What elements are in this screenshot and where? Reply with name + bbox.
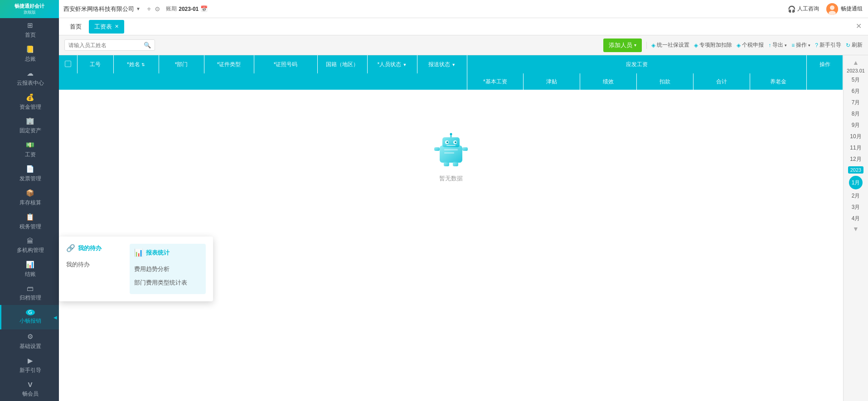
- settings-icon[interactable]: ⚙: [155, 5, 160, 13]
- sidebar-item-basic-settings[interactable]: ⚙ 基础设置: [0, 329, 59, 353]
- popup-report-item-2[interactable]: 部门费用类型统计表: [134, 276, 201, 290]
- sidebar-item-payroll[interactable]: 💵 工资: [0, 138, 59, 162]
- scroll-down-arrow[interactable]: ▼: [852, 224, 860, 233]
- user-info[interactable]: 畅捷通组: [826, 3, 863, 15]
- add-company-icon[interactable]: +: [147, 5, 151, 13]
- add-person-button[interactable]: 添加人员 ▾: [603, 39, 642, 52]
- tab-payroll[interactable]: 工资表 ✕: [89, 20, 124, 34]
- sidebar-item-invoice[interactable]: 📄 发票管理: [0, 162, 59, 186]
- scroll-up-arrow[interactable]: ▲: [852, 58, 860, 67]
- sidebar-item-multi-org[interactable]: 🏛 多机构管理: [0, 234, 59, 257]
- svg-rect-17: [444, 152, 454, 154]
- action-personal-tax[interactable]: ◈ 个税申报: [737, 41, 764, 49]
- sidebar-item-ledger[interactable]: 📒 总账: [0, 42, 59, 66]
- search-icon[interactable]: 🔍: [144, 42, 151, 48]
- search-box[interactable]: 🔍: [64, 39, 155, 51]
- sub-col-pension: 养老金: [750, 73, 807, 90]
- month-7[interactable]: 7月: [844, 97, 868, 108]
- popup-report-item-1[interactable]: 费用趋势分析: [134, 262, 201, 276]
- send-status-filter-icon[interactable]: ▼: [451, 63, 456, 67]
- headset-icon: 🎧: [788, 5, 795, 13]
- action-operation[interactable]: ≡ 操作 ▾: [791, 41, 810, 49]
- home-icon: ⊞: [27, 21, 33, 29]
- multi-org-icon: 🏛: [27, 237, 34, 245]
- month-2[interactable]: 2月: [844, 190, 868, 202]
- sidebar-item-tax[interactable]: 📋 税务管理: [0, 210, 59, 234]
- collapse-arrow[interactable]: ◀: [53, 314, 57, 319]
- tab-payroll-label: 工资表: [94, 23, 112, 31]
- month-9[interactable]: 9月: [844, 120, 868, 131]
- support-label: 人工咨询: [797, 5, 819, 13]
- month-6[interactable]: 6月: [844, 86, 868, 97]
- svg-rect-15: [453, 162, 458, 166]
- tab-close-icon[interactable]: ✕: [115, 24, 119, 29]
- sidebar-item-settlement[interactable]: 📊 结账: [0, 257, 59, 281]
- refresh-icon: ↻: [846, 42, 850, 48]
- calendar-icon[interactable]: 📅: [200, 5, 208, 12]
- basic-settings-icon: ⚙: [27, 333, 33, 341]
- month-8[interactable]: 8月: [844, 108, 868, 120]
- sidebar-label-home: 首页: [25, 31, 36, 39]
- sidebar-item-new-guide[interactable]: ▶ 新手引导: [0, 353, 59, 377]
- col-person-status[interactable]: *人员状态 ▼: [367, 55, 417, 73]
- sidebar-item-fund[interactable]: 💰 资金管理: [0, 90, 59, 114]
- month-10[interactable]: 10月: [844, 131, 868, 142]
- sidebar-item-member[interactable]: V 畅会员: [0, 377, 59, 401]
- social-security-label: 统一社保设置: [657, 41, 689, 49]
- xiaochang-popup: 🔗 我的待办 我的待办 📊 报表统计 费用趋势分析 部门费用类型统计表: [59, 237, 213, 301]
- col-cert-num: *证照号码: [254, 55, 317, 73]
- action-export[interactable]: ↑ 导出 ▾: [768, 41, 787, 49]
- refresh-label: 刷新: [852, 41, 863, 49]
- popup-todo-item[interactable]: 我的待办: [66, 258, 122, 271]
- add-dropdown-arrow[interactable]: ▾: [634, 43, 636, 48]
- action-social-security[interactable]: ◈ 统一社保设置: [651, 41, 689, 49]
- tab-home[interactable]: 首页: [64, 20, 87, 34]
- special-deduct-label: 专项附加扣除: [699, 41, 732, 49]
- report-section-label: 报表统计: [146, 249, 170, 257]
- select-all-checkbox[interactable]: [65, 61, 71, 67]
- sidebar-item-inventory[interactable]: 📦 库存核算: [0, 186, 59, 210]
- toolbar: 🔍 添加人员 ▾ ◈ 统一社保设置 ◈ 专项附加扣除 ◈ 个税申报: [59, 35, 868, 55]
- month-5[interactable]: 5月: [844, 74, 868, 86]
- col-action: 操作: [807, 55, 843, 73]
- svg-rect-12: [434, 147, 440, 151]
- month-1-active[interactable]: 1月: [849, 176, 863, 189]
- sidebar-label-fund: 资金管理: [19, 103, 41, 111]
- username: 畅捷通组: [841, 5, 863, 13]
- month-3[interactable]: 3月: [844, 202, 868, 213]
- company-selector[interactable]: 西安虾米网络科技有限公司 ▼: [59, 5, 145, 13]
- new-guide-tb-icon: ?: [815, 42, 818, 48]
- month-11[interactable]: 11月: [844, 142, 868, 154]
- svg-point-1: [830, 5, 834, 10]
- todo-item-label: 我的待办: [66, 261, 90, 268]
- period-value: 2023-01: [179, 6, 199, 12]
- col-name[interactable]: *姓名 ⇅: [113, 55, 159, 73]
- table-empty-row: 暂无数据: [59, 90, 843, 226]
- sidebar-item-fixed-assets[interactable]: 🏢 固定资产: [0, 114, 59, 138]
- col-checkbox[interactable]: [59, 55, 77, 73]
- company-dropdown-arrow[interactable]: ▼: [136, 6, 141, 11]
- action-refresh[interactable]: ↻ 刷新: [846, 41, 863, 49]
- sidebar-label-cloud-report: 云报表中心: [17, 79, 44, 87]
- action-new-guide[interactable]: ? 新手引导: [815, 41, 841, 49]
- sidebar-label-multi-org: 多机构管理: [17, 246, 44, 254]
- sidebar-item-archive[interactable]: 🗃 归档管理: [0, 281, 59, 305]
- sidebar-item-home[interactable]: ⊞ 首页: [0, 18, 59, 42]
- search-input[interactable]: [68, 42, 142, 48]
- month-12[interactable]: 12月: [844, 154, 868, 165]
- name-sort-icon[interactable]: ⇅: [141, 63, 145, 67]
- sidebar-item-xiaochang[interactable]: G 小畅报销 ◀: [0, 305, 59, 330]
- window-close-button[interactable]: ✕: [849, 18, 868, 34]
- col-send-status[interactable]: 报送状态 ▼: [417, 55, 467, 73]
- action-special-deduct[interactable]: ◈ 专项附加扣除: [694, 41, 732, 49]
- payroll-icon: 💵: [26, 141, 34, 149]
- col-num: 工号: [77, 55, 113, 73]
- tab-home-label: 首页: [70, 23, 82, 30]
- svg-rect-14: [444, 162, 449, 166]
- sidebar-item-cloud-report[interactable]: ☁ 云报表中心: [0, 66, 59, 90]
- person-status-filter-icon[interactable]: ▼: [403, 63, 407, 67]
- month-4[interactable]: 4月: [844, 213, 868, 224]
- sidebar-label-fixed-assets: 固定资产: [19, 127, 41, 135]
- support-button[interactable]: 🎧 人工咨询: [788, 5, 819, 13]
- right-panel: ▲ 2023.01 5月 6月 7月 8月 9月 10月 11月 12月 202…: [843, 55, 868, 401]
